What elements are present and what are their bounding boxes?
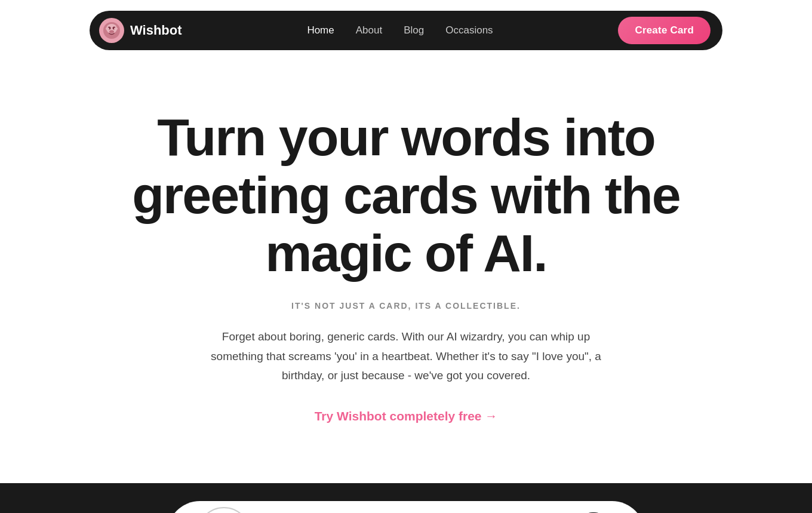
logo-icon	[99, 18, 124, 43]
logos-strip: AS SEEN 📻 ON FOX NEWS	[167, 501, 645, 513]
nav-link-blog[interactable]: Blog	[404, 24, 424, 36]
hero-subtitle: IT'S NOT JUST A CARD, ITS A COLLECTIBLE.	[90, 301, 722, 311]
hero-cta-link[interactable]: Try Wishbot completely free →	[315, 409, 498, 423]
nav-link-about[interactable]: About	[356, 24, 382, 36]
hero-description: Forget about boring, generic cards. With…	[197, 327, 615, 385]
nav-links: Home About Blog Occasions	[307, 24, 493, 36]
create-card-button[interactable]: Create Card	[618, 17, 710, 44]
hero-section: Turn your words into greeting cards with…	[78, 61, 734, 459]
as-seen-badge: AS SEEN 📻 ON	[197, 507, 251, 513]
svg-point-5	[106, 27, 109, 30]
nav-link-occasions[interactable]: Occasions	[445, 24, 493, 36]
nav-link-home[interactable]: Home	[307, 24, 334, 36]
hero-title: Turn your words into greeting cards with…	[90, 109, 722, 282]
as-seen-on-section: AS SEEN 📻 ON FOX NEWS	[0, 483, 812, 513]
svg-point-4	[109, 30, 114, 33]
logo[interactable]: Wishbot	[99, 18, 182, 43]
logo-text: Wishbot	[130, 23, 182, 38]
navbar: Wishbot Home About Blog Occasions Create…	[90, 11, 722, 50]
svg-point-6	[114, 27, 118, 30]
